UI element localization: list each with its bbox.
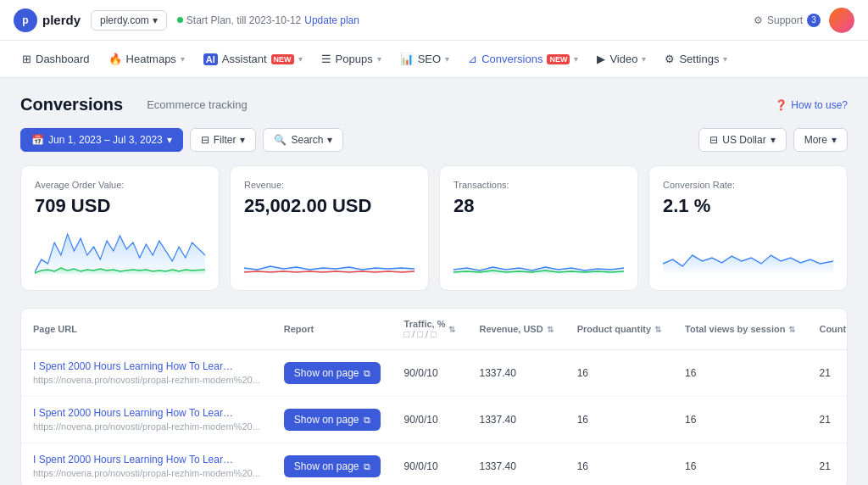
page-url-link[interactable]: I Spent 2000 Hours Learning How To Learn… [33,360,236,372]
more-label: More [804,134,827,146]
th-label-product-qty: Product quantity [577,324,651,334]
table-row: I Spent 2000 Hours Learning How To Learn… [21,443,848,486]
show-on-page-label: Show on page [294,460,359,472]
th-label-total-views: Total views by session [685,324,785,334]
nav-item-heatmaps[interactable]: 🔥 Heatmaps ▾ [100,46,193,72]
th-page-url: Page URL [21,309,272,350]
gear-icon: ⚙ [754,14,763,26]
th-count-unique[interactable]: Count unique users ⇅ [807,309,848,350]
update-plan-link[interactable]: Update plan [304,14,359,26]
page-url-sub: https://novena.pro/novosti/propal-rezhim… [33,375,260,385]
show-on-page-button[interactable]: Show on page ⧉ [284,362,381,384]
calendar-icon: 📅 [31,134,44,146]
th-traffic[interactable]: Traffic, % □ / □ / □ ⇅ [392,309,468,350]
show-on-page-label: Show on page [294,414,359,426]
nav-label-assistant: Assistant [222,53,267,65]
date-range-label: Jun 1, 2023 – Jul 3, 2023 [48,134,163,146]
conversions-new-badge: NEW [547,54,570,64]
seo-icon: 📊 [400,53,414,65]
chevron-down-icon: ▾ [642,54,646,64]
nav-item-video[interactable]: ▶ Video ▾ [588,46,654,72]
cell-product-qty: 16 [565,397,673,443]
page-url-link[interactable]: I Spent 2000 Hours Learning How To Learn… [33,407,236,419]
nav-item-seo[interactable]: 📊 SEO ▾ [392,46,458,72]
cell-page-url: I Spent 2000 Hours Learning How To Learn… [21,350,272,397]
sort-icon-total-views[interactable]: ⇅ [788,325,795,334]
cell-traffic: 90/0/10 [392,397,468,443]
page-url-link[interactable]: I Spent 2000 Hours Learning How To Learn… [33,454,236,465]
sort-icon-revenue[interactable]: ⇅ [547,325,554,334]
date-range-button[interactable]: 📅 Jun 1, 2023 – Jul 3, 2023 ▾ [20,128,183,152]
how-to-use-label: How to use? [791,99,848,111]
table-header-row: Page URL Report Traffic, % □ / □ / □ ⇅ [21,309,848,350]
sort-icon-traffic[interactable]: ⇅ [448,325,455,334]
chevron-down-icon: ▾ [723,54,727,64]
th-report: Report [272,309,392,350]
nav-item-conversions[interactable]: ⊿ Conversions NEW ▾ [459,46,587,72]
th-total-views[interactable]: Total views by session ⇅ [673,309,807,350]
chevron-down-icon: ▾ [327,134,332,146]
cell-revenue: 1337.40 [467,350,565,397]
th-label-count-unique: Count unique users [819,324,848,334]
cell-report: Show on page ⧉ [272,443,392,486]
currency-button[interactable]: ⊟ US Dollar ▾ [698,128,786,152]
cell-total-views: 16 [673,350,807,397]
support-label: Support [767,14,803,26]
search-button[interactable]: 🔍 Search ▾ [263,128,343,152]
show-on-page-button[interactable]: Show on page ⧉ [284,455,381,477]
cell-traffic: 90/0/10 [392,443,468,486]
svg-marker-2 [244,266,415,275]
logo-text: plerdy [42,13,81,27]
support-button[interactable]: ⚙ Support 3 [754,14,821,27]
cell-product-qty: 16 [565,350,673,397]
main-nav: ⊞ Dashboard 🔥 Heatmaps ▾ AI Assistant NE… [0,41,868,78]
table-row: I Spent 2000 Hours Learning How To Learn… [21,350,848,397]
filters-bar: 📅 Jun 1, 2023 – Jul 3, 2023 ▾ ⊟ Filter ▾… [20,128,848,152]
card-label-revenue: Revenue: [244,180,415,190]
show-on-page-button[interactable]: Show on page ⧉ [284,409,381,431]
show-on-page-label: Show on page [294,367,359,379]
card-chart-avg [35,226,205,276]
th-revenue[interactable]: Revenue, USD ⇅ [467,309,565,350]
dashboard-icon: ⊞ [22,53,31,65]
user-avatar[interactable] [829,8,854,33]
th-label-traffic: Traffic, % [404,319,446,329]
cell-count-unique: 21 [807,443,848,486]
card-value-transactions: 28 [453,195,624,217]
filter-button[interactable]: ⊟ Filter ▾ [190,128,257,152]
conversions-icon: ⊿ [468,53,477,65]
nav-label-settings: Settings [679,53,719,65]
how-to-use-link[interactable]: ❓ How to use? [775,99,848,111]
chevron-down-icon: ▾ [377,54,381,64]
topbar-right: ⚙ Support 3 [754,8,854,33]
chevron-down-icon: ▾ [167,134,172,146]
card-chart-conversion [663,226,833,276]
chevron-down-icon: ▾ [240,134,245,146]
nav-item-settings[interactable]: ⚙ Settings ▾ [656,46,736,72]
nav-label-seo: SEO [418,53,441,65]
currency-label: US Dollar [722,134,765,146]
main-content: Conversions Ecommerce tracking ❓ How to … [0,78,868,485]
sort-icon-product-qty[interactable]: ⇅ [654,325,661,334]
nav-item-assistant[interactable]: AI Assistant NEW ▾ [195,46,311,72]
external-link-icon: ⧉ [364,415,370,426]
cell-page-url: I Spent 2000 Hours Learning How To Learn… [21,397,272,443]
chevron-down-icon: ▾ [153,14,158,26]
nav-item-dashboard[interactable]: ⊞ Dashboard [14,46,98,72]
cell-page-url: I Spent 2000 Hours Learning How To Learn… [21,443,272,486]
page-subtitle: Ecommerce tracking [147,98,247,111]
external-link-icon: ⧉ [364,368,370,379]
assistant-icon: AI [203,53,218,65]
chevron-down-icon: ▾ [574,54,578,64]
domain-selector[interactable]: plerdy.com ▾ [91,10,167,31]
th-product-qty[interactable]: Product quantity ⇅ [565,309,673,350]
cell-total-views: 16 [673,443,807,486]
nav-item-popups[interactable]: ☰ Popups ▾ [313,46,390,72]
cell-product-qty: 16 [565,443,673,486]
th-label-report: Report [284,324,314,334]
domain-label: plerdy.com [100,14,149,26]
settings-icon: ⚙ [665,53,675,65]
logo-icon: p [14,8,37,32]
more-button[interactable]: More ▾ [793,128,848,152]
heatmaps-icon: 🔥 [108,53,122,65]
